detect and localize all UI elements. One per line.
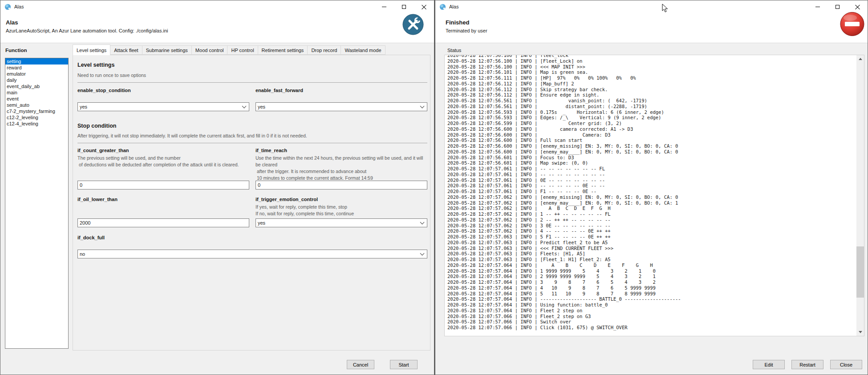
log-scrollbar[interactable] xyxy=(856,55,864,336)
section-heading-level-settings: Level settings xyxy=(77,62,114,68)
function-list-item[interactable]: semi_auto xyxy=(5,102,68,108)
tab[interactable]: Retirement settings xyxy=(258,45,308,55)
scroll-up-button[interactable] xyxy=(856,55,864,63)
log-line: 2020-05-28 12:07:57.063 | INFO | [Fleet_… xyxy=(447,257,681,262)
level-settings-page: Level settings Need to run once to save … xyxy=(73,55,430,351)
log-line: 2020-05-28 12:07:57.062 | INFO | 1 -- ++… xyxy=(447,211,681,217)
log-line: 2020-05-28 12:07:57.062 | INFO | [enemy_… xyxy=(447,194,681,200)
section-desc-stop-condition: After triggering, it will not stop immed… xyxy=(77,133,427,139)
log-line: 2020-05-28 12:07:56.593 | INFO | Edges: … xyxy=(447,115,681,121)
cancel-button[interactable]: Cancel xyxy=(347,360,374,369)
restart-button[interactable]: Restart xyxy=(791,360,823,369)
maximize-icon xyxy=(402,5,406,9)
log-line: 2020-05-28 12:07:57.064 | INFO | Fleet 2… xyxy=(447,308,681,314)
if-oil-lower-than-label: if_oil_lower_than xyxy=(77,197,118,202)
page-subtitle: AzurLaneAutoScript, An Azur Lane automat… xyxy=(6,28,168,33)
log-line: 2020-05-28 12:07:57.064 | INFO | 5 11 10… xyxy=(447,291,681,297)
if-count-greater-than-desc: The previous setting will be used, and t… xyxy=(77,155,249,168)
close-button[interactable] xyxy=(414,0,434,13)
enable-fast-forward-select[interactable]: yes xyxy=(256,102,427,111)
function-list-item[interactable]: emulator xyxy=(5,71,68,77)
function-list-item[interactable]: c12-2_leveling xyxy=(5,114,68,121)
tab[interactable]: Drop record xyxy=(308,45,341,55)
right-titlebar[interactable]: Alas xyxy=(435,0,868,13)
window-alas-settings: Alas Alas AzurLaneAutoScript, An Azur La… xyxy=(0,0,434,375)
close-icon xyxy=(422,4,426,9)
if-oil-lower-than-input[interactable] xyxy=(77,218,249,227)
page-title: Alas xyxy=(6,19,18,26)
section-desc-level-settings: Need to run once to save options xyxy=(77,72,427,79)
function-list[interactable]: setting reward emulator daily event_dail… xyxy=(5,58,69,349)
log-line: 2020-05-28 12:07:56.100 | INFO | <<< MAP… xyxy=(447,64,681,70)
log-line: 2020-05-28 12:07:57.064 | INFO | -------… xyxy=(447,296,681,302)
alas-app-icon xyxy=(4,4,11,10)
if-time-reach-label: if_time_reach xyxy=(256,148,287,153)
enable-stop-condition-label: enable_stop_condition xyxy=(77,88,131,93)
tab[interactable]: Wasteland mode xyxy=(341,45,385,55)
enable-stop-condition-select[interactable]: yes xyxy=(77,102,249,111)
function-list-item[interactable]: main xyxy=(5,89,68,96)
log-line: 2020-05-28 12:07:56.600 | INFO | Camera:… xyxy=(447,132,681,138)
if-trigger-emotion-control-desc: If yes, wait for reply, complete this ti… xyxy=(256,204,427,217)
function-list-item[interactable]: c12-4_leveling xyxy=(5,121,68,127)
log-line: 2020-05-28 12:07:56.600 | INFO | [enemy_… xyxy=(447,149,681,155)
if-trigger-emotion-control-select[interactable]: yes xyxy=(256,218,427,227)
if-time-reach-input[interactable] xyxy=(256,181,427,190)
function-list-item[interactable]: c7-2_mystery_farming xyxy=(5,108,68,114)
log-output[interactable]: 2020-05-28 12:07:56.100 | INFO | fleet_l… xyxy=(445,55,864,336)
arrow-down-icon xyxy=(859,331,862,333)
log-line: 2020-05-28 12:07:56.593 | INFO | 0.175s … xyxy=(447,109,681,115)
function-list-item[interactable]: event_daily_ab xyxy=(5,83,68,89)
if-dock-full-select[interactable]: no xyxy=(77,250,427,258)
desktop: Alas Alas AzurLaneAutoScript, An Azur La… xyxy=(0,0,868,375)
left-window-title: Alas xyxy=(14,4,24,9)
log-line: 2020-05-28 12:07:57.064 | INFO | 1 9999 … xyxy=(447,268,681,274)
function-list-item[interactable]: reward xyxy=(5,65,68,71)
log-line: 2020-05-28 12:07:57.062 | INFO | [enemy_… xyxy=(447,200,681,206)
tab[interactable]: Attack fleet xyxy=(110,45,142,55)
if-time-reach-desc: Use the time within the next 24 hours, t… xyxy=(256,155,427,181)
log-line: 2020-05-28 12:07:57.064 | INFO | A B C D… xyxy=(447,262,681,268)
function-list-item[interactable]: setting xyxy=(5,58,68,65)
chevron-down-icon xyxy=(420,251,425,256)
settings-tabs: Level settings Attack fleet Submarine se… xyxy=(73,44,385,55)
log-line: 2020-05-28 12:07:57.066 | INFO | Click (… xyxy=(447,325,681,331)
minimize-button[interactable] xyxy=(374,0,394,13)
log-line: 2020-05-28 12:07:56.111 | INFO | [HP] 97… xyxy=(447,75,681,81)
scrollbar-thumb[interactable] xyxy=(856,246,864,298)
log-line: 2020-05-28 12:07:56.599 | INFO | Center … xyxy=(447,121,681,126)
tab[interactable]: Submarine settings xyxy=(142,45,192,55)
log-line: 2020-05-28 12:07:57.062 | INFO | A B C D… xyxy=(447,206,681,211)
chevron-down-icon xyxy=(420,104,425,109)
log-line: 2020-05-28 12:07:57.061 | INFO | -- -- -… xyxy=(447,183,681,189)
separator xyxy=(77,82,427,83)
tab[interactable]: HP control xyxy=(227,45,258,55)
if-count-greater-than-input[interactable] xyxy=(77,181,249,190)
minimize-button[interactable] xyxy=(807,0,827,13)
close-window-button[interactable]: Close xyxy=(830,360,862,369)
log-line: 2020-05-28 12:07:57.062 | INFO | 3 0E --… xyxy=(447,223,681,229)
scroll-down-button[interactable] xyxy=(856,328,864,336)
log-line: 2020-05-28 12:07:56.600 | INFO | [enemy_… xyxy=(447,143,681,149)
minimize-icon xyxy=(815,7,820,7)
tab[interactable]: Level settings xyxy=(73,44,110,55)
enable-fast-forward-label: enable_fast_forward xyxy=(256,88,303,93)
log-line: 2020-05-28 12:07:57.066 | INFO | Fleet_2… xyxy=(447,314,681,319)
tab[interactable]: Mood control xyxy=(192,45,228,55)
log-line: 2020-05-28 12:07:56.100 | INFO | fleet_l… xyxy=(447,55,681,58)
log-line: 2020-05-28 12:07:57.063 | INFO | Predict… xyxy=(447,240,681,246)
chevron-down-icon xyxy=(420,220,425,225)
left-titlebar[interactable]: Alas xyxy=(0,0,434,13)
log-line: 2020-05-28 12:07:57.061 | INFO | -- -- -… xyxy=(447,172,681,177)
maximize-button[interactable] xyxy=(394,0,414,13)
start-button[interactable]: Start xyxy=(390,360,418,369)
log-line: 2020-05-28 12:07:56.101 | INFO | Map is … xyxy=(447,69,681,75)
function-list-item[interactable]: event xyxy=(5,96,68,102)
log-line: 2020-05-28 12:07:56.112 | INFO | Skip st… xyxy=(447,87,681,93)
status-title: Finished xyxy=(446,19,469,26)
log-line: 2020-05-28 12:07:57.061 | INFO | F1 -- -… xyxy=(447,189,681,194)
edit-button[interactable]: Edit xyxy=(753,360,785,369)
function-list-item[interactable]: daily xyxy=(5,77,68,83)
log-line: 2020-05-28 12:07:56.561 | INFO | vanish_… xyxy=(447,98,681,104)
log-line: 2020-05-28 12:07:57.064 | INFO | 2 9999 … xyxy=(447,274,681,279)
